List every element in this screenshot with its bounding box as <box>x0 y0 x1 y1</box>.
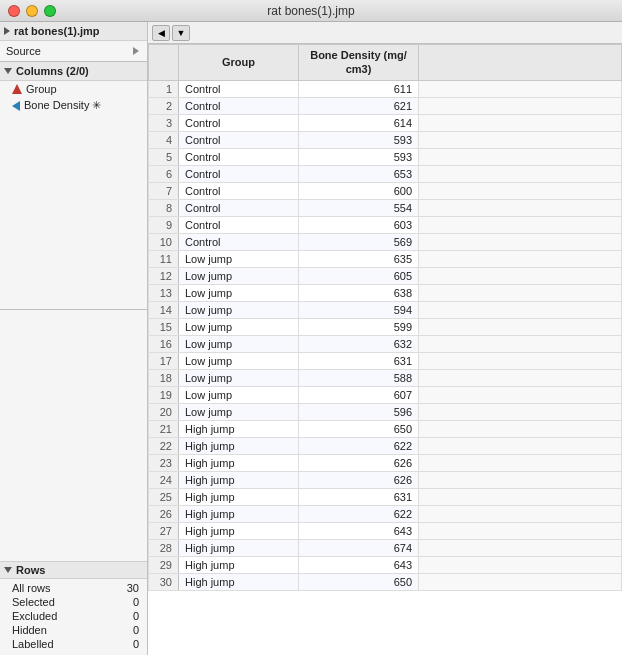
maximize-button[interactable] <box>44 5 56 17</box>
cell-group: Control <box>179 216 299 233</box>
source-filename: rat bones(1).jmp <box>14 25 100 37</box>
cell-group: High jump <box>179 505 299 522</box>
rows-stat-labelled: Labelled0 <box>0 637 147 651</box>
table-row[interactable]: 22 High jump 622 <box>149 437 622 454</box>
col-header-group[interactable]: Group <box>179 45 299 81</box>
cell-rownum: 1 <box>149 80 179 97</box>
cell-group: Control <box>179 233 299 250</box>
cell-empty <box>419 437 622 454</box>
col-header-density[interactable]: Bone Density (mg/cm3) <box>299 45 419 81</box>
cell-density: 622 <box>299 505 419 522</box>
window-controls[interactable] <box>8 5 56 17</box>
stat-label: Labelled <box>12 638 54 650</box>
cell-density: 626 <box>299 454 419 471</box>
cell-density: 632 <box>299 335 419 352</box>
table-row[interactable]: 17 Low jump 631 <box>149 352 622 369</box>
table-row[interactable]: 9 Control 603 <box>149 216 622 233</box>
stat-value: 0 <box>133 624 139 636</box>
cell-rownum: 11 <box>149 250 179 267</box>
cell-density: 593 <box>299 148 419 165</box>
table-row[interactable]: 20 Low jump 596 <box>149 403 622 420</box>
cell-empty <box>419 352 622 369</box>
cell-rownum: 12 <box>149 267 179 284</box>
table-row[interactable]: 30 High jump 650 <box>149 573 622 590</box>
cell-density: 600 <box>299 182 419 199</box>
dropdown-button[interactable]: ▼ <box>172 25 190 41</box>
table-row[interactable]: 2 Control 621 <box>149 97 622 114</box>
cell-group: Low jump <box>179 284 299 301</box>
source-section-header[interactable]: rat bones(1).jmp <box>0 22 147 41</box>
cell-empty <box>419 233 622 250</box>
column-item-density[interactable]: Bone Density ✳ <box>0 97 147 114</box>
table-row[interactable]: 23 High jump 626 <box>149 454 622 471</box>
table-row[interactable]: 12 Low jump 605 <box>149 267 622 284</box>
cell-rownum: 25 <box>149 488 179 505</box>
cell-group: High jump <box>179 454 299 471</box>
table-toolbar: ◀ ▼ <box>148 22 622 44</box>
table-row[interactable]: 11 Low jump 635 <box>149 250 622 267</box>
rows-stat-all-rows: All rows30 <box>0 581 147 595</box>
cell-group: Low jump <box>179 403 299 420</box>
table-row[interactable]: 15 Low jump 599 <box>149 318 622 335</box>
table-row[interactable]: 28 High jump 674 <box>149 539 622 556</box>
source-section: rat bones(1).jmp Source <box>0 22 147 62</box>
cell-rownum: 20 <box>149 403 179 420</box>
minimize-button[interactable] <box>26 5 38 17</box>
cell-group: High jump <box>179 556 299 573</box>
table-row[interactable]: 26 High jump 622 <box>149 505 622 522</box>
cell-empty <box>419 97 622 114</box>
cell-rownum: 26 <box>149 505 179 522</box>
cell-rownum: 18 <box>149 369 179 386</box>
cell-density: 603 <box>299 216 419 233</box>
table-row[interactable]: 25 High jump 631 <box>149 488 622 505</box>
table-row[interactable]: 5 Control 593 <box>149 148 622 165</box>
cell-group: Low jump <box>179 318 299 335</box>
table-row[interactable]: 7 Control 600 <box>149 182 622 199</box>
table-row[interactable]: 4 Control 593 <box>149 131 622 148</box>
cell-empty <box>419 488 622 505</box>
table-row[interactable]: 3 Control 614 <box>149 114 622 131</box>
cell-density: 653 <box>299 165 419 182</box>
cell-rownum: 9 <box>149 216 179 233</box>
table-row[interactable]: 1 Control 611 <box>149 80 622 97</box>
table-row[interactable]: 24 High jump 626 <box>149 471 622 488</box>
cell-empty <box>419 556 622 573</box>
table-row[interactable]: 6 Control 653 <box>149 165 622 182</box>
table-row[interactable]: 13 Low jump 638 <box>149 284 622 301</box>
cell-density: 614 <box>299 114 419 131</box>
columns-section-header[interactable]: Columns (2/0) <box>0 62 147 81</box>
table-row[interactable]: 19 Low jump 607 <box>149 386 622 403</box>
cell-group: High jump <box>179 522 299 539</box>
back-button[interactable]: ◀ <box>152 25 170 41</box>
column-name-group: Group <box>26 83 57 95</box>
table-row[interactable]: 18 Low jump 588 <box>149 369 622 386</box>
table-row[interactable]: 8 Control 554 <box>149 199 622 216</box>
cell-density: 599 <box>299 318 419 335</box>
table-row[interactable]: 16 Low jump 632 <box>149 335 622 352</box>
table-row[interactable]: 29 High jump 643 <box>149 556 622 573</box>
table-row[interactable]: 14 Low jump 594 <box>149 301 622 318</box>
source-item[interactable]: Source <box>0 41 147 61</box>
columns-section: Columns (2/0) Group Bone Density ✳ <box>0 62 147 310</box>
cell-empty <box>419 505 622 522</box>
table-row[interactable]: 21 High jump 650 <box>149 420 622 437</box>
density-header-text: Bone Density (mg/cm3) <box>305 48 412 77</box>
cell-group: Low jump <box>179 301 299 318</box>
cell-group: Control <box>179 148 299 165</box>
table-row[interactable]: 10 Control 569 <box>149 233 622 250</box>
data-table: Group Bone Density (mg/cm3) 1 Control 61… <box>148 44 622 591</box>
table-container[interactable]: Group Bone Density (mg/cm3) 1 Control 61… <box>148 44 622 655</box>
rows-stat-selected: Selected0 <box>0 595 147 609</box>
table-row[interactable]: 27 High jump 643 <box>149 522 622 539</box>
column-item-group[interactable]: Group <box>0 81 147 97</box>
rows-section-header[interactable]: Rows <box>0 561 147 579</box>
main-container: rat bones(1).jmp Source Columns (2/0) Gr… <box>0 22 622 655</box>
cell-rownum: 10 <box>149 233 179 250</box>
cell-rownum: 6 <box>149 165 179 182</box>
cell-density: 631 <box>299 488 419 505</box>
cell-rownum: 4 <box>149 131 179 148</box>
cell-density: 594 <box>299 301 419 318</box>
cell-empty <box>419 80 622 97</box>
close-button[interactable] <box>8 5 20 17</box>
cell-group: High jump <box>179 539 299 556</box>
